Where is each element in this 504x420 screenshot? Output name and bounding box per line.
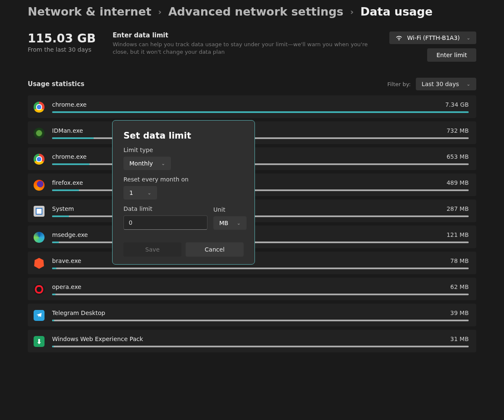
set-limit-dialog: Set data limit Limit type Monthly ⌄ Rese… bbox=[112, 120, 255, 265]
firefox-icon bbox=[34, 180, 45, 191]
brave-icon bbox=[34, 258, 45, 269]
telegram-icon bbox=[34, 310, 45, 321]
save-button[interactable]: Save bbox=[123, 242, 181, 257]
app-size: 121 MB bbox=[446, 231, 469, 238]
wifi-icon bbox=[395, 35, 403, 41]
reset-day-label: Reset every month on bbox=[123, 176, 244, 183]
usage-bar bbox=[52, 346, 469, 347]
reset-day-value: 1 bbox=[129, 189, 133, 196]
total-value: 115.03 GB bbox=[28, 32, 96, 45]
filter-selector[interactable]: Last 30 days ⌄ bbox=[416, 78, 476, 90]
reset-day-select[interactable]: 1 ⌄ bbox=[123, 186, 157, 200]
app-size: 287 MB bbox=[446, 205, 469, 212]
app-size: 653 MB bbox=[446, 153, 469, 160]
download-icon: ⬇ bbox=[34, 336, 45, 347]
crumb-advanced[interactable]: Advanced network settings bbox=[168, 5, 344, 18]
data-limit-input[interactable] bbox=[123, 215, 207, 230]
filter-value: Last 30 days bbox=[422, 81, 459, 87]
app-name: firefox.exe bbox=[52, 179, 83, 186]
usage-bar bbox=[52, 294, 469, 295]
total-usage: 115.03 GB From the last 30 days bbox=[28, 32, 96, 53]
enter-limit-button[interactable]: Enter limit bbox=[427, 48, 476, 62]
app-name: chrome.exe bbox=[52, 153, 87, 160]
chevron-down-icon: ⌄ bbox=[147, 190, 151, 196]
chevron-right-icon: › bbox=[350, 7, 354, 17]
edge-icon bbox=[34, 232, 45, 243]
breadcrumb: Network & internet › Advanced network se… bbox=[0, 0, 504, 21]
usage-bar bbox=[52, 320, 469, 321]
limit-desc: Windows can help you track data usage to… bbox=[113, 41, 373, 56]
limit-type-value: Monthly bbox=[129, 160, 153, 167]
unit-value: MB bbox=[219, 220, 228, 226]
chevron-down-icon: ⌄ bbox=[467, 81, 470, 87]
chrome-icon bbox=[34, 102, 45, 113]
chevron-right-icon: › bbox=[158, 7, 161, 17]
unit-label: Unit bbox=[213, 206, 247, 213]
idm-icon bbox=[34, 128, 45, 139]
usage-bar bbox=[52, 268, 469, 269]
app-row[interactable]: opera.exe62 MB bbox=[28, 278, 476, 300]
app-name: chrome.exe bbox=[52, 101, 87, 108]
limit-info: Enter data limit Windows can help you tr… bbox=[113, 32, 373, 56]
app-size: 78 MB bbox=[450, 257, 469, 264]
app-name: opera.exe bbox=[52, 284, 81, 290]
chevron-down-icon: ⌄ bbox=[467, 35, 470, 41]
app-row[interactable]: Telegram Desktop39 MB bbox=[28, 304, 476, 326]
filter-label: Filter by: bbox=[387, 81, 411, 87]
app-size: 7.34 GB bbox=[445, 101, 469, 108]
unit-select[interactable]: MB ⌄ bbox=[213, 216, 247, 230]
limit-title: Enter data limit bbox=[113, 32, 373, 39]
network-label: Wi-Fi (FTTH-B1A3) bbox=[407, 34, 460, 41]
app-name: IDMan.exe bbox=[52, 127, 83, 134]
limit-type-label: Limit type bbox=[123, 147, 244, 153]
crumb-current: Data usage bbox=[360, 5, 433, 18]
app-name: msedge.exe bbox=[52, 231, 88, 238]
chrome-icon bbox=[34, 154, 45, 165]
cancel-button[interactable]: Cancel bbox=[186, 242, 244, 257]
system-icon bbox=[34, 206, 45, 217]
chevron-down-icon: ⌄ bbox=[161, 161, 165, 166]
app-name: Telegram Desktop bbox=[52, 310, 105, 316]
app-row[interactable]: chrome.exe7.34 GB bbox=[28, 95, 476, 118]
app-size: 31 MB bbox=[450, 336, 469, 342]
app-row[interactable]: ⬇Windows Web Experience Pack31 MB bbox=[28, 330, 476, 352]
total-subtitle: From the last 30 days bbox=[28, 46, 96, 53]
app-size: 39 MB bbox=[450, 310, 469, 316]
network-selector[interactable]: Wi-Fi (FTTH-B1A3) ⌄ bbox=[389, 32, 476, 44]
app-size: 62 MB bbox=[450, 284, 469, 290]
app-size: 732 MB bbox=[446, 127, 469, 134]
dialog-title: Set data limit bbox=[123, 131, 244, 141]
opera-icon bbox=[34, 284, 45, 295]
crumb-network[interactable]: Network & internet bbox=[28, 5, 151, 18]
usage-bar bbox=[52, 111, 469, 113]
app-name: Windows Web Experience Pack bbox=[52, 336, 143, 342]
app-size: 489 MB bbox=[446, 179, 469, 186]
app-name: brave.exe bbox=[52, 257, 81, 264]
limit-type-select[interactable]: Monthly ⌄ bbox=[123, 157, 171, 170]
chevron-down-icon: ⌄ bbox=[237, 220, 241, 226]
app-name: System bbox=[52, 205, 74, 212]
stats-title: Usage statistics bbox=[28, 80, 84, 88]
data-limit-label: Data limit bbox=[123, 205, 207, 212]
